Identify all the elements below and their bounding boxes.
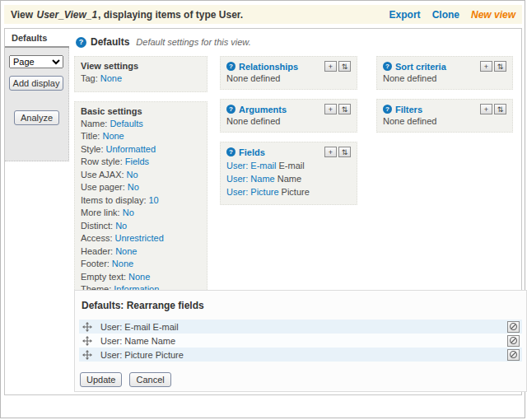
help-icon[interactable]: ?: [226, 147, 236, 156]
update-button[interactable]: Update: [80, 372, 122, 387]
setting-row: Name:Defaults: [81, 118, 201, 131]
rearrange-icon[interactable]: ⇅: [338, 104, 351, 114]
fields-box: ? Fields + ⇅ User: E-mailE-mail: [220, 142, 357, 205]
setting-value-link[interactable]: No: [115, 221, 127, 231]
setting-value-link[interactable]: Fields: [125, 156, 149, 166]
setting-row: Footer:None: [81, 258, 201, 271]
drag-handle-icon[interactable]: [82, 336, 100, 346]
arguments-head: ? Arguments + ⇅: [226, 104, 351, 114]
fields-title-link[interactable]: Fields: [239, 147, 265, 157]
rearrange-title: Defaults: Rearrange fields: [75, 291, 526, 320]
drag-handle-icon[interactable]: [82, 322, 100, 332]
filters-box: ? Filters + ⇅ None defined: [376, 99, 513, 133]
add-icon[interactable]: +: [324, 104, 337, 114]
tab-defaults[interactable]: Defaults: [5, 29, 69, 48]
field-link[interactable]: User: E-mail: [226, 161, 277, 170]
arguments-title-link[interactable]: Arguments: [239, 105, 287, 114]
fields-head: ? Fields + ⇅: [226, 147, 351, 157]
help-icon[interactable]: ?: [383, 62, 392, 71]
setting-row: Distinct:No: [81, 220, 201, 233]
display-type-select[interactable]: Page: [9, 55, 63, 68]
setting-value-link[interactable]: Unformatted: [106, 144, 156, 154]
rearrange-row: User: Name Name: [79, 334, 522, 348]
remove-icon[interactable]: [507, 335, 520, 347]
export-link[interactable]: Export: [389, 9, 421, 21]
add-icon[interactable]: +: [480, 104, 492, 114]
sidebar-controls: Page Add display Analyze: [5, 48, 69, 161]
field-link[interactable]: User: Picture: [226, 187, 279, 197]
filters-head: ? Filters + ⇅: [383, 104, 506, 114]
remove-icon[interactable]: [507, 321, 520, 333]
setting-label: More link:: [81, 208, 120, 217]
setting-row: More link:No: [81, 207, 201, 220]
rearrange-row: User: E-mail E-mail: [79, 320, 522, 334]
setting-value-link[interactable]: None: [128, 272, 150, 282]
setting-label: Header:: [81, 246, 113, 256]
relationships-head: ? Relationships + ⇅: [226, 61, 351, 72]
rearrange-buttons: Update Cancel: [80, 372, 526, 387]
help-icon[interactable]: ?: [76, 37, 86, 48]
sort-criteria-head: ? Sort criteria + ⇅: [383, 61, 506, 72]
add-icon[interactable]: +: [324, 61, 337, 72]
settings-columns: View settings Tag:None Basic settings: [74, 56, 519, 312]
setting-label: Tag:: [81, 73, 98, 83]
relationships-title-link[interactable]: Relationships: [239, 62, 298, 72]
section-description: Default settings for this view.: [136, 37, 250, 47]
setting-label: Distinct:: [81, 221, 113, 231]
arguments-ops: + ⇅: [324, 104, 351, 114]
title-bar: View User_View_1, displaying items of ty…: [4, 5, 522, 24]
workspace: Defaults Page Add display Analyze ? Defa…: [4, 28, 522, 395]
rearrange-row-label: User: Picture Picture: [100, 350, 184, 360]
analyze-wrap: Analyze: [9, 110, 64, 125]
clone-link[interactable]: Clone: [432, 9, 459, 21]
setting-row: Items to display:10: [81, 194, 201, 208]
add-icon[interactable]: +: [324, 147, 337, 157]
filters-title-link[interactable]: Filters: [395, 105, 422, 114]
rearrange-icon[interactable]: ⇅: [494, 104, 506, 114]
drag-handle-icon[interactable]: [82, 350, 100, 360]
setting-value-link[interactable]: None: [115, 246, 137, 256]
setting-label: Name:: [81, 119, 107, 128]
setting-value-link[interactable]: None: [100, 73, 122, 83]
setting-row: Row style:Fields: [81, 156, 201, 169]
rearrange-icon[interactable]: ⇅: [494, 61, 506, 72]
add-icon[interactable]: +: [480, 61, 492, 72]
rearrange-icon[interactable]: ⇅: [338, 61, 351, 72]
rearrange-row-label: User: E-mail E-mail: [100, 322, 179, 332]
page-title: View User_View_1, displaying items of ty…: [11, 9, 243, 21]
sort-criteria-title-link[interactable]: Sort criteria: [395, 62, 446, 72]
fields-ops: + ⇅: [324, 147, 351, 157]
setting-value-link[interactable]: Defaults: [110, 119, 142, 128]
field-label: Name: [277, 174, 301, 184]
sidebar: Defaults Page Add display Analyze: [5, 29, 69, 394]
arguments-empty: None defined: [226, 116, 351, 126]
analyze-button[interactable]: Analyze: [14, 110, 59, 125]
view-name: User_View_1: [36, 9, 97, 21]
new-view-link[interactable]: New view: [471, 9, 515, 21]
setting-value-link[interactable]: None: [112, 259, 133, 268]
rearrange-rows: User: E-mail E-mail: [79, 320, 522, 362]
column-middle: ? Relationships + ⇅ None defined ?: [220, 56, 357, 214]
help-icon[interactable]: ?: [226, 105, 236, 114]
setting-value-link[interactable]: No: [127, 170, 138, 180]
setting-value-link[interactable]: Unrestricted: [115, 233, 164, 243]
setting-value-link[interactable]: No: [128, 182, 139, 192]
title-prefix: View: [11, 9, 33, 21]
rearrange-icon[interactable]: ⇅: [338, 147, 351, 157]
filters-empty: None defined: [383, 116, 506, 126]
help-icon[interactable]: ?: [226, 62, 236, 71]
cancel-button[interactable]: Cancel: [129, 372, 170, 387]
add-display-button[interactable]: Add display: [9, 76, 63, 91]
setting-value-link[interactable]: 10: [148, 195, 158, 205]
field-link[interactable]: User: Name: [226, 174, 275, 184]
relationships-box: ? Relationships + ⇅ None defined: [220, 56, 357, 90]
setting-value-link[interactable]: No: [123, 208, 134, 217]
setting-label: Title:: [81, 131, 100, 141]
basic-settings-head: Basic settings: [81, 106, 201, 116]
setting-value-link[interactable]: None: [102, 131, 124, 141]
help-icon[interactable]: ?: [383, 105, 392, 114]
remove-icon[interactable]: [507, 349, 520, 361]
sort-criteria-box: ? Sort criteria + ⇅ None defined: [376, 56, 513, 90]
relationships-ops: + ⇅: [324, 61, 351, 72]
views-ui-screen: View User_View_1, displaying items of ty…: [0, 0, 525, 418]
